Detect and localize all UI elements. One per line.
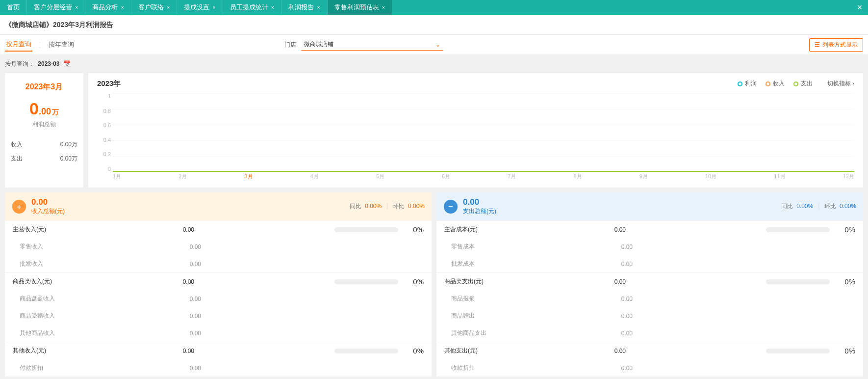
x-tick: 3月 <box>244 173 253 182</box>
date-filter-bar: 按月查询： 2023-03 📅 <box>0 55 868 73</box>
progress-bar <box>766 349 830 353</box>
summary-row: 支出0.00万 <box>11 152 77 166</box>
legend-item[interactable]: 支出 <box>793 80 813 88</box>
sub-row: 商品盘盈收入0.00 <box>5 290 432 307</box>
progress-bar <box>766 279 830 284</box>
chart-card: 2023年 利润收入支出 切换指标 › 10.80.60.40.20 1月2月3… <box>88 73 863 188</box>
chart-legend: 利润收入支出 <box>738 80 813 88</box>
sub-row: 其他商品支出0.00 <box>436 325 863 342</box>
page-title: 《微商城店铺》2023年3月利润报告 <box>5 21 863 29</box>
progress-bar <box>766 227 830 232</box>
sub-row: 收款折扣0.00 <box>436 359 863 377</box>
sub-row: 商品报损0.00 <box>436 290 863 307</box>
sub-row: 批发成本0.00 <box>436 255 863 272</box>
group-row: 商品类收入(元)0.000% <box>5 272 432 290</box>
tab-员工提成统计[interactable]: 员工提成统计× <box>223 0 281 15</box>
tab-首页[interactable]: 首页 <box>0 0 27 15</box>
chevron-down-icon: ⌄ <box>435 41 440 48</box>
x-tick: 9月 <box>639 173 648 182</box>
tab-year-query[interactable]: 按年查询 <box>48 38 75 51</box>
summary-date: 2023年3月 <box>11 82 77 92</box>
summary-profit-label: 利润总额 <box>11 120 77 129</box>
legend-item[interactable]: 利润 <box>738 80 757 88</box>
group-row: 主营收入(元)0.000% <box>5 220 432 238</box>
tab-利润报告[interactable]: 利润报告× <box>281 0 327 15</box>
x-tick: 4月 <box>310 173 319 182</box>
expense-icon: − <box>443 199 458 214</box>
income-total-label: 收入总额(元) <box>31 207 65 216</box>
sub-row: 其他商品收入0.00 <box>5 325 432 342</box>
y-axis: 10.80.60.40.20 <box>97 93 111 172</box>
tab-客户联络[interactable]: 客户联络× <box>131 0 177 15</box>
x-tick: 10月 <box>705 173 716 182</box>
progress-bar <box>334 279 398 284</box>
chart-title: 2023年 <box>97 79 121 88</box>
tab-month-query[interactable]: 按月查询 <box>5 38 32 52</box>
tab-客户分层经营[interactable]: 客户分层经营× <box>27 0 85 15</box>
close-icon[interactable]: × <box>75 4 78 10</box>
sub-row: 批发收入0.00 <box>5 255 432 272</box>
date-filter-value[interactable]: 2023-03 <box>38 60 59 67</box>
expense-total: 0.00 <box>463 197 496 207</box>
close-icon[interactable]: × <box>382 4 385 10</box>
summary-card: 2023年3月 0.00万 利润总额 收入0.00万支出0.00万 <box>5 73 83 188</box>
group-row: 商品类支出(元)0.000% <box>436 272 863 290</box>
grid <box>113 93 854 172</box>
income-panel: + 0.00 收入总额(元) 同比 0.00% | 环比 0.00% 主营收入(… <box>5 192 432 377</box>
x-tick: 6月 <box>442 173 450 182</box>
store-selector: 门店 微商城店铺 ⌄ <box>284 39 443 51</box>
group-row: 其他支出(元)0.000% <box>436 342 863 359</box>
store-label: 门店 <box>284 41 296 49</box>
calendar-icon[interactable]: 📅 <box>63 60 71 67</box>
legend-item[interactable]: 收入 <box>766 80 785 88</box>
close-icon[interactable]: × <box>271 4 274 10</box>
sub-row: 零售成本0.00 <box>436 238 863 255</box>
x-tick: 12月 <box>843 173 854 182</box>
close-all-icon[interactable]: × <box>851 0 868 15</box>
tab-提成设置[interactable]: 提成设置× <box>177 0 223 15</box>
progress-bar <box>334 349 398 353</box>
top-tabbar: 首页客户分层经营×商品分析×客户联络×提成设置×员工提成统计×利润报告×零售利润… <box>0 0 868 15</box>
x-tick: 5月 <box>376 173 384 182</box>
expense-panel: − 0.00 支出总额(元) 同比 0.00% | 环比 0.00% 主营成本(… <box>436 192 863 377</box>
group-row: 其他收入(元)0.000% <box>5 342 432 359</box>
chart-plot[interactable]: 10.80.60.40.20 1月2月3月4月5月6月7月8月9月10月11月1… <box>97 93 854 182</box>
x-tick: 1月 <box>113 173 121 182</box>
summary-profit: 0.00万 <box>11 99 77 118</box>
income-header: + 0.00 收入总额(元) 同比 0.00% | 环比 0.00% <box>5 192 432 220</box>
title-bar: 《微商城店铺》2023年3月利润报告 <box>0 15 868 35</box>
list-view-button[interactable]: ☰ 列表方式显示 <box>809 38 863 52</box>
x-tick: 11月 <box>774 173 785 182</box>
sub-row: 商品受赠收入0.00 <box>5 307 432 325</box>
sub-row: 商品赠出0.00 <box>436 307 863 325</box>
switch-metric-button[interactable]: 切换指标 › <box>827 80 854 88</box>
filter-bar: 按月查询 | 按年查询 门店 微商城店铺 ⌄ ☰ 列表方式显示 <box>0 35 868 55</box>
group-row: 主营成本(元)0.000% <box>436 220 863 238</box>
sub-row: 零售收入0.00 <box>5 238 432 255</box>
svg-text:+: + <box>17 202 22 211</box>
x-axis: 1月2月3月4月5月6月7月8月9月10月11月12月 <box>113 173 854 182</box>
x-tick: 8月 <box>574 173 582 182</box>
close-icon[interactable]: × <box>167 4 170 10</box>
close-icon[interactable]: × <box>121 4 124 10</box>
list-view-label: 列表方式显示 <box>822 41 858 49</box>
divider: | <box>39 41 41 48</box>
x-tick: 2月 <box>179 173 187 182</box>
tab-商品分析[interactable]: 商品分析× <box>85 0 131 15</box>
date-filter-label: 按月查询： <box>5 60 34 67</box>
progress-bar <box>334 227 398 232</box>
store-select[interactable]: 微商城店铺 ⌄ <box>301 39 443 51</box>
baseline <box>113 171 854 172</box>
income-total: 0.00 <box>31 197 65 207</box>
list-icon: ☰ <box>815 41 820 48</box>
expense-header: − 0.00 支出总额(元) 同比 0.00% | 环比 0.00% <box>436 192 863 220</box>
sub-row: 付款折扣0.00 <box>5 359 432 377</box>
summary-row: 收入0.00万 <box>11 137 77 152</box>
close-icon[interactable]: × <box>212 4 215 10</box>
store-value: 微商城店铺 <box>304 40 333 49</box>
close-icon[interactable]: × <box>317 4 320 10</box>
tab-零售利润预估表[interactable]: 零售利润预估表× <box>328 0 392 15</box>
income-icon: + <box>12 199 26 214</box>
expense-total-label: 支出总额(元) <box>463 207 496 216</box>
x-tick: 7月 <box>508 173 516 182</box>
